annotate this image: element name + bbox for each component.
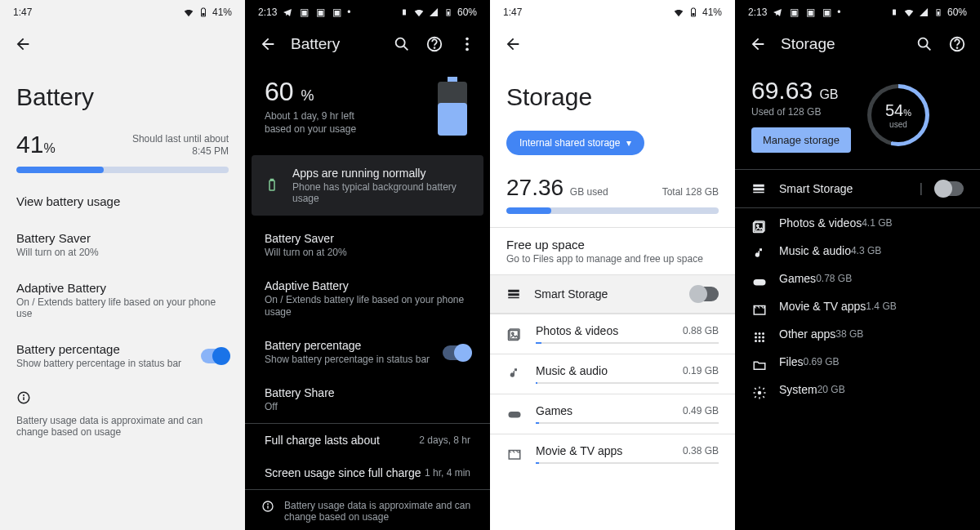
storage-category[interactable]: Photos & videos0.88 GB (490, 314, 735, 354)
battery-hero: 60 % About 1 day, 9 hr leftbased on your… (245, 64, 490, 149)
smart-storage-row[interactable]: Smart Storage (490, 274, 735, 314)
setting-item[interactable]: Battery SaverWill turn on at 20% (245, 222, 490, 269)
top-bar (490, 24, 735, 64)
stat-row[interactable]: Screen usage since full charge1 hr, 4 mi… (245, 457, 490, 489)
wifi-icon (673, 7, 684, 18)
toggle[interactable] (201, 349, 229, 363)
storage-category[interactable]: Movie & TV apps0.38 GB (490, 434, 735, 474)
svg-rect-22 (692, 13, 694, 16)
back-icon[interactable] (13, 34, 33, 54)
cat-bar (536, 462, 719, 464)
setting-item[interactable]: Battery ShareOff (245, 376, 490, 424)
content: Storage Internal shared storage▾ 27.36 G… (490, 64, 735, 530)
storage-category[interactable]: Games0.49 GB (490, 394, 735, 434)
svg-rect-17 (270, 180, 274, 190)
svg-point-55 (758, 391, 762, 395)
battery-icon (688, 7, 699, 18)
movie-icon (751, 301, 768, 318)
stat-value: 2 days, 8 hr (419, 434, 470, 446)
stat-row[interactable]: Full charge lasts about2 days, 8 hr (245, 424, 490, 457)
storage-category[interactable]: System20 GB (735, 375, 980, 403)
cat-value: 0.49 GB (683, 405, 719, 416)
status-bar: 1:47 41% (490, 0, 735, 24)
cat-value: 38 GB (835, 328, 863, 340)
cat-name: Games (779, 272, 816, 285)
svg-point-52 (755, 340, 757, 342)
status-card[interactable]: Apps are running normallyPhone has typic… (252, 155, 483, 216)
wifi-icon (413, 7, 425, 18)
svg-point-54 (762, 340, 764, 342)
pane-storage-dark: 2:13 ▣ ▣ ▣ • 60% Storage 69.63 GB Used o… (735, 0, 980, 530)
cat-value: 0.19 GB (683, 365, 719, 376)
content: Battery 41% Should last until about8:45 … (0, 64, 245, 530)
item-title: Adaptive Battery (16, 281, 229, 295)
notif-icon: ▣ (821, 7, 832, 18)
status-time: 2:13 (748, 7, 767, 18)
cat-name: Movie & TV apps (536, 444, 622, 457)
setting-item[interactable]: View battery usage (0, 183, 245, 220)
cat-value: 4.3 GB (851, 245, 881, 256)
free-up-space[interactable]: Free up spaceGo to Files app to manage a… (490, 227, 735, 274)
setting-item[interactable]: Battery percentageShow battery percentag… (245, 329, 490, 376)
manage-storage-button[interactable]: Manage storage (751, 127, 851, 153)
storage-summary: 27.36 GB used Total 128 GB (490, 168, 735, 217)
status-battery-pct: 41% (702, 7, 722, 18)
wifi-icon (183, 7, 194, 18)
cat-name: Movie & TV apps (779, 300, 866, 313)
storage-category[interactable]: Photos & videos4.1 GB (735, 208, 980, 236)
status-bar: 2:13 ▣ ▣ ▣ • 60% (245, 0, 490, 24)
search-icon[interactable] (392, 34, 412, 54)
svg-point-47 (759, 332, 761, 335)
setting-item[interactable]: Battery percentageShow battery percentag… (0, 331, 245, 381)
storage-category[interactable]: Games0.78 GB (735, 264, 980, 292)
setting-item[interactable]: Battery SaverWill turn on at 20% (0, 220, 245, 269)
setting-item[interactable]: Adaptive BatteryOn / Extends battery lif… (245, 269, 490, 329)
footer-text: Battery usage data is approximate and ca… (284, 500, 474, 523)
help-icon[interactable] (425, 34, 444, 54)
status-right: 41% (183, 7, 232, 18)
search-icon[interactable] (915, 34, 934, 54)
storage-category[interactable]: Music & audio0.19 GB (490, 354, 735, 394)
music-icon (506, 366, 523, 382)
storage-category[interactable]: Files0.69 GB (735, 347, 980, 375)
notif-icon: ▣ (804, 7, 816, 18)
battery-percent-block: 41% Should last until about8:45 PM (0, 124, 245, 183)
back-icon[interactable] (503, 34, 523, 54)
vibrate-icon (889, 7, 900, 18)
image-icon (751, 218, 768, 234)
info-footer: Battery usage data is approximate and ca… (245, 490, 490, 530)
smart-storage-toggle[interactable] (936, 181, 964, 196)
toggle[interactable] (443, 345, 470, 360)
page-title: Storage (490, 64, 735, 124)
item-title: Battery percentage (16, 342, 181, 356)
battery-ok-icon (265, 178, 279, 193)
back-icon[interactable] (258, 34, 278, 54)
setting-item[interactable]: Adaptive BatteryOn / Extends battery lif… (0, 269, 245, 331)
cat-name: Music & audio (536, 364, 608, 377)
svg-rect-40 (753, 192, 764, 194)
more-icon[interactable] (457, 34, 477, 54)
apps-icon (751, 329, 768, 345)
status-bar: 1:47 41% (0, 0, 245, 24)
item-title: Adaptive Battery (265, 279, 470, 292)
back-icon[interactable] (748, 34, 768, 54)
svg-point-34 (919, 38, 928, 47)
notif-icon: ▣ (298, 7, 310, 18)
pane-battery-light: 1:47 41% Battery 41% Should last until a… (0, 0, 245, 530)
svg-rect-16 (438, 103, 467, 136)
storage-chip[interactable]: Internal shared storage▾ (506, 131, 644, 155)
cat-name: Files (779, 355, 804, 368)
help-icon[interactable] (947, 34, 967, 54)
cat-name: Other apps (779, 327, 835, 341)
cat-value: 4.1 GB (862, 217, 892, 229)
cat-name: System (779, 383, 817, 396)
storage-category[interactable]: Music & audio4.3 GB (735, 236, 980, 264)
svg-line-35 (926, 46, 930, 50)
smart-storage-row[interactable]: Smart Storage | (735, 169, 980, 208)
smart-storage-label: Smart Storage (534, 287, 678, 301)
storage-category[interactable]: Other apps38 GB (735, 319, 980, 347)
storage-category[interactable]: Movie & TV apps1.4 GB (735, 292, 980, 319)
footer-text: Battery usage data is approximate and ca… (16, 415, 229, 438)
battery-large-icon (434, 77, 470, 136)
smart-storage-toggle[interactable] (691, 287, 719, 301)
